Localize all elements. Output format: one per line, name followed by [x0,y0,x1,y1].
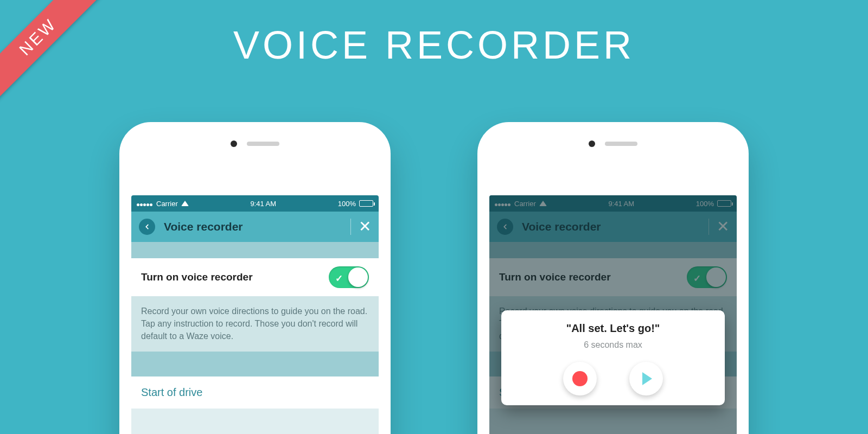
section-gap [131,352,379,376]
camera-dot [231,141,237,147]
nav-bar: Voice recorder ✕ [131,212,379,242]
phone-screen: Carrier 9:41 AM 100% Voice recorder [131,195,379,434]
popup-subtitle: 6 seconds max [511,340,715,350]
speaker-slot [605,142,637,146]
nav-divider [350,219,351,235]
play-icon [642,372,652,385]
phone-screen: Carrier 9:41 AM 100% Voice recorder [489,195,737,434]
status-time: 9:41 AM [250,200,276,208]
voice-recorder-toggle[interactable]: ✓ [329,266,369,288]
close-icon: ✕ [359,218,371,235]
nav-title: Voice recorder [164,220,243,233]
speaker-slot [247,142,279,146]
signal-dots-icon [137,200,153,208]
play-button[interactable] [629,362,663,395]
hero-title: VOICE RECORDER [233,23,635,67]
record-button[interactable] [563,362,597,395]
popup-title: "All set. Let's go!" [511,322,715,335]
battery-percent: 100% [338,200,356,208]
record-popup: "All set. Let's go!" 6 seconds max [501,310,725,405]
toggle-label: Turn on voice recorder [141,271,253,283]
new-ribbon: NEW [0,0,103,101]
chevron-left-icon [143,223,151,231]
checkmark-icon: ✓ [335,273,343,284]
wifi-icon [181,201,189,206]
section-spacer [131,242,379,258]
phone-mockup-left: Carrier 9:41 AM 100% Voice recorder [119,122,391,434]
battery-icon [359,200,373,207]
list-item-start-of-drive[interactable]: Start of drive [131,376,379,409]
toggle-knob [348,267,368,287]
description-text: Record your own voice directions to guid… [131,296,379,352]
camera-dot [589,141,595,147]
carrier-label: Carrier [156,200,178,208]
phone-mockup-right: Carrier 9:41 AM 100% Voice recorder [477,122,749,434]
back-button[interactable] [139,219,155,235]
close-button[interactable]: ✕ [359,219,371,234]
record-icon [572,371,588,386]
toggle-row: Turn on voice recorder ✓ [131,258,379,296]
status-bar: Carrier 9:41 AM 100% [131,195,379,212]
